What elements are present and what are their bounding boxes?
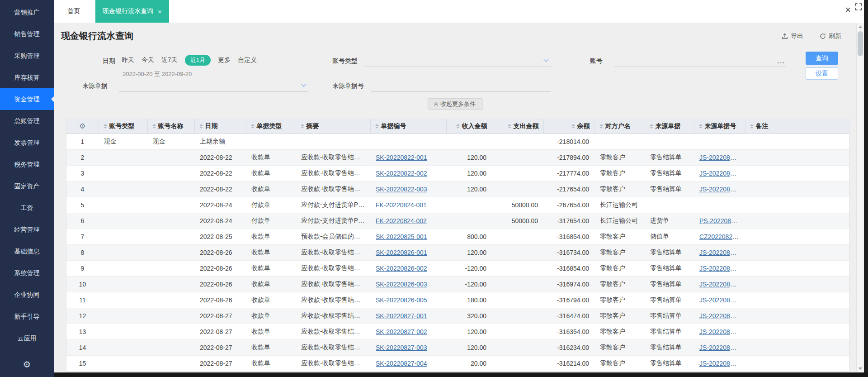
sidebar-item-16[interactable]: 云应用 [0, 327, 54, 349]
scroll-up-icon[interactable] [857, 23, 864, 31]
sidebar-item-2[interactable]: 销售管理 [0, 23, 54, 45]
column-header-2[interactable]: 账号名称 [147, 119, 194, 134]
source-doc-no-input[interactable] [371, 78, 551, 92]
table-row: 72022-08-25收款单预收款-会员储值的款项SK-20220825-001… [66, 229, 849, 244]
table-cell: 零售结算单 [645, 324, 694, 339]
document-link[interactable]: JS-20220822-0 [699, 186, 743, 193]
sidebar-item-12[interactable]: 基础信息 [0, 240, 54, 262]
document-link[interactable]: FK-20220824-001 [376, 201, 427, 209]
settings-gear-icon[interactable]: ⚙ [23, 359, 31, 370]
document-link[interactable]: SK-20220826-005 [376, 296, 427, 304]
tab-home[interactable]: 首页 [67, 0, 80, 23]
table-cell: 零散客户 [594, 165, 645, 181]
document-link[interactable]: SK-20220826-002 [376, 265, 427, 272]
table-cell: 应收款-收取零售结算单JS [296, 292, 370, 308]
date-option-1[interactable]: 昨天 [122, 56, 134, 64]
document-link[interactable]: FK-20220824-002 [376, 217, 427, 224]
table-cell [147, 260, 194, 276]
table-cell: 120.00 [446, 149, 492, 165]
document-link[interactable]: SK-20220827-003 [376, 344, 427, 351]
sidebar-item-4[interactable]: 库存核算 [0, 67, 54, 88]
sidebar-item-3[interactable]: 采购管理 [0, 45, 54, 67]
date-range-value[interactable]: 2022-08-20 至 2022-09-20 [123, 70, 192, 78]
query-button[interactable]: 查询 [806, 52, 838, 65]
account-label: 账号 [590, 57, 603, 65]
document-link[interactable]: CZ2022082500 [699, 233, 743, 240]
document-link[interactable]: SK-20220822-001 [376, 154, 427, 161]
column-header-4[interactable]: 单据类型 [246, 119, 296, 134]
sidebar-item-15[interactable]: 新手引导 [0, 305, 54, 327]
sidebar-item-5[interactable]: 资金管理 [0, 88, 54, 110]
date-option-6[interactable]: 自定义 [238, 56, 257, 64]
tab-active[interactable]: 现金银行流水查询 × [95, 0, 169, 23]
document-link[interactable]: JS-20220822-0 [699, 154, 743, 161]
table-row: 82022-08-26收款单应收款-收取零售结算单JSSK-20220826-0… [66, 244, 849, 260]
column-header-8[interactable]: 支出金额 [492, 119, 543, 134]
column-settings-cell: ⚙ [66, 119, 99, 134]
sidebar-item-11[interactable]: 经营管理 [0, 219, 54, 240]
document-link[interactable]: JS-20220822-0 [699, 170, 743, 177]
sort-icon [301, 124, 304, 129]
vertical-scrollbar[interactable] [856, 23, 864, 372]
document-link[interactable]: SK-20220826-001 [376, 249, 427, 256]
table-cell: 20.00 [446, 355, 492, 371]
document-link[interactable]: SK-20220827-001 [376, 312, 427, 320]
column-header-5[interactable]: 摘要 [296, 119, 370, 134]
document-link[interactable]: SK-20220827-002 [376, 328, 427, 335]
fullscreen-icon[interactable] [855, 3, 862, 10]
table-cell: 长江运输公司 [594, 213, 645, 229]
table-cell [745, 197, 849, 213]
account-type-select[interactable] [365, 53, 551, 67]
account-more-button[interactable]: ... [777, 57, 785, 65]
sidebar-item-8[interactable]: 税务管理 [0, 153, 54, 175]
sidebar-item-13[interactable]: 系统管理 [0, 262, 54, 284]
account-input[interactable]: ... [614, 53, 786, 67]
table-cell: JS-20220826-0 [694, 292, 745, 308]
source-doc-select[interactable] [119, 78, 308, 92]
document-link[interactable]: SK-20220827-004 [376, 360, 427, 367]
column-header-7[interactable]: 收入金额 [446, 119, 492, 134]
document-link[interactable]: JS-20220826-0 [699, 296, 743, 304]
document-link[interactable]: SK-20220825-001 [376, 233, 427, 240]
sidebar-item-9[interactable]: 固定资产 [0, 175, 54, 197]
sidebar-item-10[interactable]: 工资 [0, 197, 54, 219]
document-link[interactable]: JS-20220827-0 [699, 344, 743, 351]
column-header-13[interactable]: 备注 [745, 119, 849, 134]
column-header-11[interactable]: 来源单据 [645, 119, 694, 134]
document-link[interactable]: JS-20220826-0 [699, 281, 743, 288]
date-option-3[interactable]: 近7天 [161, 56, 178, 64]
document-link[interactable]: PS-20220824-0 [699, 217, 744, 224]
collapse-conditions-button[interactable]: 收起更多条件 [428, 98, 482, 110]
table-cell: 收款单 [246, 229, 296, 244]
document-link[interactable]: SK-20220826-003 [376, 281, 427, 288]
column-header-12[interactable]: 来源单据号 [694, 119, 745, 134]
column-header-1[interactable]: 账号类型 [99, 119, 147, 134]
document-link[interactable]: JS-20220827-0 [699, 360, 743, 367]
sidebar-item-1[interactable]: 营销推广 [0, 1, 54, 23]
sidebar-item-14[interactable]: 企业协同 [0, 284, 54, 305]
document-link[interactable]: JS-20220827-0 [699, 312, 743, 320]
document-link[interactable]: SK-20220822-003 [376, 186, 427, 193]
export-button[interactable]: 导出 [782, 32, 803, 40]
refresh-button[interactable]: 刷新 [820, 32, 841, 40]
date-option-2[interactable]: 今天 [142, 56, 154, 64]
document-link[interactable]: JS-20220827-0 [699, 328, 743, 335]
document-link[interactable]: JS-20220826-0 [699, 265, 743, 272]
column-header-6[interactable]: 单据编号 [370, 119, 446, 134]
column-header-10[interactable]: 对方户名 [594, 119, 645, 134]
document-link[interactable]: SK-20220822-002 [376, 170, 427, 177]
settings-button[interactable]: 设置 [806, 67, 838, 80]
column-settings-gear-icon[interactable]: ⚙ [79, 122, 85, 130]
scroll-down-icon[interactable] [857, 365, 864, 372]
scrollbar-thumb[interactable] [858, 31, 863, 56]
window-close-icon[interactable]: × [845, 5, 851, 15]
sidebar-item-7[interactable]: 发票管理 [0, 132, 54, 153]
document-link[interactable]: JS-20220826-0 [699, 249, 743, 256]
date-option-5[interactable]: 更多 [218, 56, 231, 64]
sidebar-item-6[interactable]: 总账管理 [0, 110, 54, 132]
date-option-4[interactable]: 近1月 [185, 55, 211, 66]
column-header-3[interactable]: 日期 [194, 119, 246, 134]
column-header-9[interactable]: 余额 [543, 119, 594, 134]
tab-close-icon[interactable]: × [158, 8, 162, 15]
table-cell: 应付款-支付进货单PS-20. [296, 197, 370, 213]
